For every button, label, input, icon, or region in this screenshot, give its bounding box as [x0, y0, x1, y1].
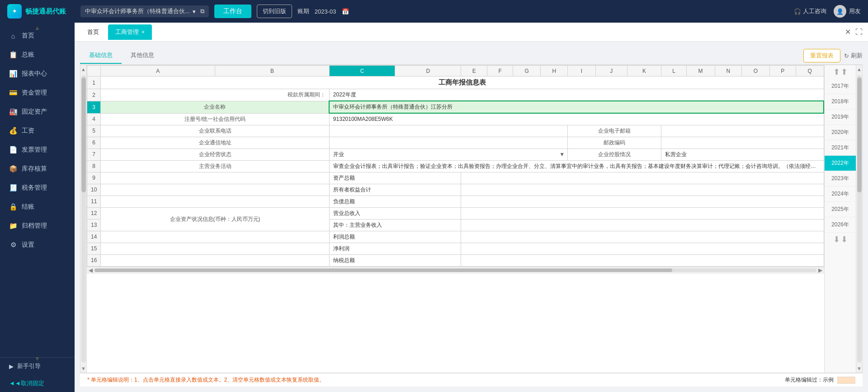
- year-2020[interactable]: 2020年: [825, 125, 856, 140]
- cell-holding-value[interactable]: 私营企业: [661, 148, 824, 160]
- sidebar-item-inventory[interactable]: 📦 库存核算: [0, 159, 75, 178]
- cell-assets-total-value[interactable]: [461, 172, 824, 184]
- scroll-left-arrow[interactable]: ◀: [89, 267, 93, 273]
- cell-regcode-value[interactable]: 91320100MA208E5W6K: [329, 113, 824, 125]
- sub-tab-basic[interactable]: 基础信息: [80, 48, 122, 64]
- cell-tax-total-value[interactable]: [461, 254, 824, 266]
- gear-icon: ⚙: [9, 241, 17, 249]
- cell-profit-value[interactable]: [461, 231, 824, 243]
- horizontal-scrollbar[interactable]: ◀ ▶: [87, 267, 824, 274]
- sidebar-item-salary[interactable]: 💰 工资: [0, 121, 75, 140]
- col-header-A[interactable]: A: [101, 66, 215, 76]
- cell-period-value[interactable]: 2022年度: [329, 89, 824, 101]
- report-icon: 📊: [9, 70, 17, 78]
- cell-status-value[interactable]: 开业 ▼: [329, 148, 567, 160]
- cell-net-profit-value[interactable]: [461, 243, 824, 254]
- year-2018[interactable]: 2018年: [825, 94, 856, 110]
- user-area[interactable]: 👤 用友: [834, 5, 861, 18]
- col-header-K[interactable]: K: [627, 66, 661, 76]
- col-header-I[interactable]: I: [568, 66, 596, 76]
- panel-up-arrow2[interactable]: ⬆: [841, 67, 848, 77]
- vertical-scrollbar[interactable]: ▲ ▼: [80, 65, 87, 373]
- col-header-J[interactable]: J: [595, 66, 627, 76]
- year-2019[interactable]: 2019年: [825, 110, 856, 125]
- scroll-right-arrow[interactable]: ▶: [818, 267, 822, 273]
- col-header-B[interactable]: B: [215, 66, 330, 76]
- col-header-L[interactable]: L: [661, 66, 686, 76]
- tab-close-icon[interactable]: ✕: [845, 28, 851, 36]
- scroll-up-arrow[interactable]: ▲: [81, 65, 86, 73]
- year-2023[interactable]: 2023年: [825, 171, 856, 186]
- row-num-9: 9: [87, 172, 101, 184]
- sidebar-item-ledger[interactable]: 📋 总账: [0, 45, 75, 64]
- tab-close-button[interactable]: ×: [142, 29, 145, 35]
- sidebar-item-fund[interactable]: 💳 资金管理: [0, 83, 75, 102]
- right-scroll-down[interactable]: ▼: [857, 364, 862, 373]
- cell-liabilities-value[interactable]: [461, 196, 824, 207]
- col-header-G[interactable]: G: [513, 66, 541, 76]
- sidebar-item-home[interactable]: ⌂ 首页: [0, 26, 75, 45]
- cell-company-value[interactable]: 中审众环会计师事务所（特殊普通合伙）江苏分所: [329, 101, 824, 113]
- panel-down-arrow2[interactable]: ⬇: [841, 234, 848, 244]
- cell-empty-10a: [101, 184, 330, 196]
- cell-email-value[interactable]: [661, 125, 824, 137]
- col-header-N[interactable]: N: [715, 66, 742, 76]
- tab-home[interactable]: 首页: [80, 24, 106, 40]
- year-2025[interactable]: 2025年: [825, 202, 856, 217]
- cell-equity-value[interactable]: [461, 184, 824, 196]
- scroll-down-arrow[interactable]: ▼: [81, 364, 86, 373]
- h-scroll-track[interactable]: [94, 268, 816, 272]
- reset-button[interactable]: 重置报表: [803, 49, 840, 62]
- sidebar-item-archive[interactable]: 📁 归档管理: [0, 216, 75, 235]
- col-header-E[interactable]: E: [461, 66, 487, 76]
- col-header-M[interactable]: M: [686, 66, 715, 76]
- year-2022[interactable]: 2022年: [825, 156, 856, 171]
- panel-down-arrow[interactable]: ⬇: [833, 234, 840, 244]
- switch-version-button[interactable]: 切到旧版: [257, 5, 292, 18]
- col-header-Q[interactable]: Q: [796, 66, 824, 76]
- col-header-P[interactable]: P: [769, 66, 796, 76]
- col-header-F[interactable]: F: [487, 66, 513, 76]
- cell-revenue-value[interactable]: [461, 207, 824, 219]
- cell-title[interactable]: 工商年报信息表: [101, 76, 824, 89]
- company-selector[interactable]: 中审众环会计师事务所（特殊普通合伙... ▾ ⧉: [80, 5, 209, 17]
- tab-active[interactable]: 工商管理 ×: [108, 24, 152, 40]
- sidebar-item-invoice[interactable]: 📄 发票管理: [0, 140, 75, 159]
- refresh-button[interactable]: ↻ 刷新: [844, 52, 863, 60]
- right-scroll-up[interactable]: ▲: [857, 65, 862, 73]
- sidebar-item-tax[interactable]: 🧾 税务管理: [0, 178, 75, 197]
- year-2021[interactable]: 2021年: [825, 140, 856, 156]
- right-vertical-scrollbar[interactable]: ▲ ▼: [856, 65, 862, 373]
- sidebar-item-close[interactable]: 🔒 结账: [0, 197, 75, 216]
- year-2024[interactable]: 2024年: [825, 186, 856, 202]
- col-header-H[interactable]: H: [541, 66, 568, 76]
- workbench-button[interactable]: 工作台: [214, 5, 251, 18]
- right-scroll-track[interactable]: [857, 75, 862, 363]
- pin-button[interactable]: ◄◄取消固定: [0, 375, 75, 392]
- spreadsheet-main[interactable]: A B C D E F G H I J K L: [87, 65, 824, 373]
- sidebar-item-assets[interactable]: 🏭 固定资产: [0, 102, 75, 121]
- service-button[interactable]: 🎧 人工咨询: [794, 7, 826, 15]
- col-header-D[interactable]: D: [395, 66, 461, 76]
- sidebar-item-report[interactable]: 📊 报表中心: [0, 64, 75, 83]
- tab-expand-icon[interactable]: ⛶: [855, 28, 863, 36]
- calendar-icon[interactable]: 📅: [342, 8, 349, 15]
- cell-postcode-value[interactable]: [661, 137, 824, 148]
- col-header-C[interactable]: C: [329, 66, 395, 76]
- sub-tab-other[interactable]: 其他信息: [122, 48, 163, 64]
- cell-assets-total-label: 资产总额: [329, 172, 461, 184]
- user-icon: 👤: [836, 8, 844, 15]
- sidebar-scroll-down[interactable]: ▼: [0, 354, 75, 357]
- sidebar-item-settings[interactable]: ⚙ 设置: [0, 235, 75, 254]
- cell-main-revenue-value[interactable]: [461, 219, 824, 231]
- cell-business-value[interactable]: 审查企业会计报表；出具审计报告；验证企业资本；出具验资报告；办理企业合开、分立、…: [329, 160, 824, 172]
- new-user-button[interactable]: ▶ 新手引导: [0, 358, 75, 375]
- cell-address-value[interactable]: [329, 137, 567, 148]
- year-2026[interactable]: 2026年: [825, 217, 856, 233]
- col-header-O[interactable]: O: [742, 66, 769, 76]
- year-2017[interactable]: 2017年: [825, 79, 856, 94]
- scroll-track[interactable]: [81, 75, 86, 363]
- panel-up-arrow[interactable]: ⬆: [833, 67, 840, 77]
- sidebar-scroll-up[interactable]: ▲: [0, 23, 75, 26]
- cell-phone-value[interactable]: [329, 125, 567, 137]
